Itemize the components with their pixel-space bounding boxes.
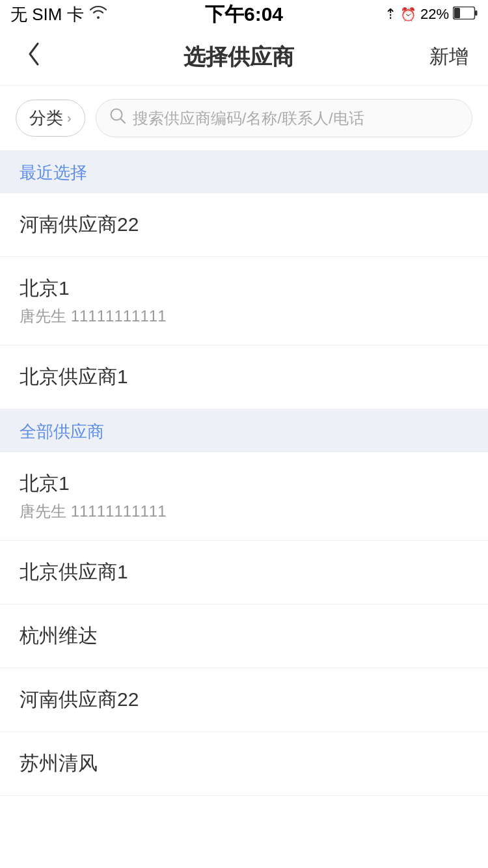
status-right: ⇡ ⏰ 22% [385,5,478,23]
list-item[interactable]: 苏州清风 [0,732,488,796]
item-name: 河南供应商22 [20,686,468,713]
list-item[interactable]: 北京供应商1 [0,346,488,409]
back-button[interactable] [20,34,48,79]
item-name: 北京1 [20,275,468,302]
category-label: 分类 [29,107,63,129]
list-item[interactable]: 北京1唐先生 11111111111 [0,452,488,541]
item-name: 杭州维达 [20,623,468,649]
list-item[interactable]: 北京1唐先生 11111111111 [0,257,488,346]
nav-bar: 选择供应商 新增 [0,29,488,86]
section-header-recent: 最近选择 [0,150,488,193]
item-name: 北京供应商1 [20,364,468,390]
battery-icon [453,5,478,23]
item-name: 北京供应商1 [20,559,468,586]
section-header-all: 全部供应商 [0,409,488,452]
sim-text: 无 SIM 卡 [10,3,84,26]
section-title-all: 全部供应商 [20,422,104,441]
item-sub: 唐先生 11111111111 [20,501,468,522]
list-item[interactable]: 杭州维达 [0,604,488,668]
item-name: 苏州清风 [20,750,468,777]
page-title: 选择供应商 [183,42,294,72]
category-button[interactable]: 分类 › [16,100,85,137]
item-sub: 唐先生 11111111111 [20,306,468,327]
location-icon: ⇡ [385,6,396,23]
list-item[interactable]: 北京供应商1 [0,541,488,604]
list-item[interactable]: 河南供应商22 [0,193,488,257]
svg-rect-1 [454,8,460,18]
chevron-right-icon: › [67,111,72,126]
battery-text: 22% [420,6,449,23]
search-box[interactable]: 搜索供应商编码/名称/联系人/电话 [96,99,472,137]
section-title-recent: 最近选择 [20,163,87,182]
list-item[interactable]: 河南供应商22 [0,668,488,732]
alarm-icon: ⏰ [400,7,416,22]
item-name: 北京1 [20,470,468,497]
status-time: 下午6:04 [205,1,283,28]
status-bar: 无 SIM 卡 下午6:04 ⇡ ⏰ 22% [0,0,488,29]
sections-container: 最近选择河南供应商22北京1唐先生 11111111111北京供应商1全部供应商… [0,150,488,796]
filter-bar: 分类 › 搜索供应商编码/名称/联系人/电话 [0,86,488,150]
svg-rect-2 [475,10,478,16]
search-placeholder: 搜索供应商编码/名称/联系人/电话 [133,108,364,129]
status-left: 无 SIM 卡 [10,3,107,26]
add-button[interactable]: 新增 [429,44,468,70]
wifi-icon [89,5,107,23]
item-name: 河南供应商22 [20,211,468,238]
search-icon [109,107,126,129]
